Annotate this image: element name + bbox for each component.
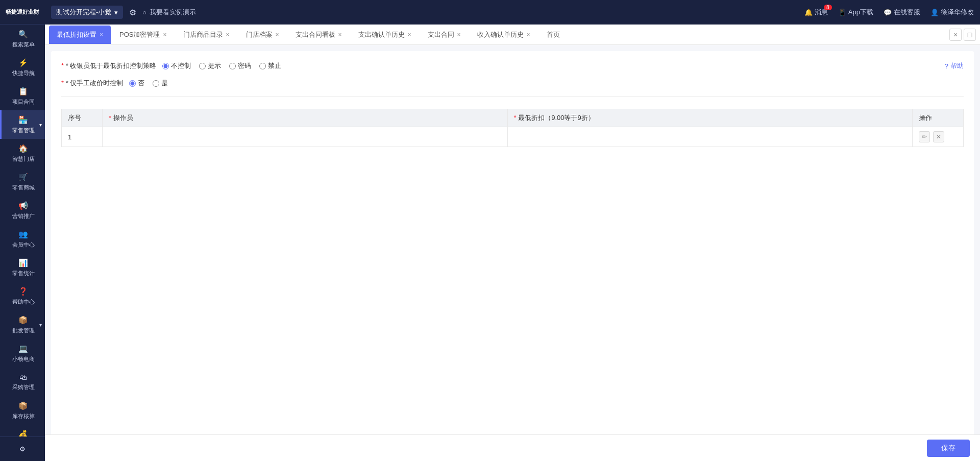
discount-table: 序号 操作员 最低折扣（9.00等于9折） 操作 1 ✏ ✕ bbox=[61, 109, 964, 147]
sidebar-label-7: 会员中心 bbox=[12, 241, 35, 249]
sidebar-item-12[interactable]: 🛍 采购管理 bbox=[0, 368, 45, 396]
sidebar-item-5[interactable]: 🛒 零售商城 bbox=[0, 167, 45, 196]
tab-item-6[interactable]: 门店商品目录 × bbox=[176, 26, 237, 44]
sidebar-item-3[interactable]: 🏪 零售管理 ▾ bbox=[0, 110, 45, 139]
help-question-icon: ? bbox=[945, 62, 948, 70]
user-profile-btn[interactable]: 👤 徐泽华修改 bbox=[930, 8, 974, 17]
policy-row: * 收银员低于最低折扣控制策略 不控制提示密码禁止 ? 帮助 bbox=[61, 61, 964, 70]
tab-close-5[interactable]: × bbox=[276, 31, 279, 38]
app-logo: 畅捷通好业财 bbox=[0, 0, 45, 25]
online-service-btn[interactable]: 💬 在线客服 bbox=[884, 8, 920, 17]
sidebar-item-1[interactable]: ⚡ 快捷导航 bbox=[0, 53, 45, 82]
sidebar-icon-9: ❓ bbox=[18, 287, 28, 296]
tab-label-3: 支出确认单历史 bbox=[358, 30, 405, 39]
sidebar-settings[interactable]: ⚙ bbox=[0, 436, 45, 461]
tab-close-4[interactable]: × bbox=[338, 31, 342, 38]
sidebar-item-7[interactable]: 👥 会员中心 bbox=[0, 225, 45, 253]
sidebar-label-11: 小畅电商 bbox=[12, 355, 35, 363]
policy-radio-group: 不控制提示密码禁止 bbox=[162, 61, 281, 70]
sidebar-label-2: 项目合同 bbox=[12, 98, 35, 106]
delete-icon-0[interactable]: ✕ bbox=[933, 131, 944, 142]
sidebar-icon-5: 🛒 bbox=[18, 173, 28, 182]
cell-index-0: 1 bbox=[62, 127, 103, 147]
close-all-tabs-btn[interactable]: × bbox=[949, 29, 962, 41]
tab-close-2[interactable]: × bbox=[457, 31, 461, 38]
cell-discount-0[interactable] bbox=[507, 127, 913, 147]
app-download-btn[interactable]: 📱 App下载 bbox=[838, 8, 873, 17]
tab-close-7[interactable]: × bbox=[163, 31, 166, 38]
tab-item-7[interactable]: POS加密管理 × bbox=[112, 26, 174, 44]
main-content: * 收银员低于最低折扣控制策略 不控制提示密码禁止 ? 帮助 * 仅手工改价时控… bbox=[45, 45, 980, 461]
sidebar-label-5: 零售商城 bbox=[12, 184, 35, 191]
demo-circle-icon: ○ bbox=[142, 9, 146, 16]
footer-bar: 保存 bbox=[45, 434, 980, 461]
tab-close-8[interactable]: × bbox=[100, 31, 103, 38]
demo-text: 我要看实例演示 bbox=[150, 8, 196, 17]
demo-link[interactable]: ○ 我要看实例演示 bbox=[142, 8, 196, 17]
sidebar-icon-10: 📦 bbox=[18, 316, 28, 325]
expand-tabs-btn[interactable]: □ bbox=[964, 29, 976, 41]
col-discount: 最低折扣（9.00等于9折） bbox=[507, 109, 913, 127]
sidebar-label-10: 批发管理 bbox=[12, 327, 35, 334]
tab-item-3[interactable]: 支出确认单历史 × bbox=[351, 26, 419, 44]
sidebar-item-14[interactable]: 💰 资金管理 bbox=[0, 425, 45, 436]
table-header: 序号 操作员 最低折扣（9.00等于9折） 操作 bbox=[62, 109, 964, 127]
project-name: 测试分开完程-小觉 bbox=[56, 8, 111, 17]
sidebar-item-11[interactable]: 💻 小畅电商 bbox=[0, 339, 45, 368]
manual-radio-1[interactable]: 是 bbox=[153, 79, 168, 88]
tab-item-8[interactable]: 最低折扣设置 × bbox=[49, 26, 111, 44]
tab-label-1: 收入确认单历史 bbox=[477, 30, 524, 39]
policy-radio-1[interactable]: 提示 bbox=[199, 61, 221, 70]
online-service-label: 在线客服 bbox=[894, 8, 920, 17]
cell-action-0: ✏ ✕ bbox=[913, 127, 964, 147]
project-arrow-icon: ▾ bbox=[114, 9, 118, 16]
save-button[interactable]: 保存 bbox=[927, 440, 970, 457]
sidebar-label-13: 库存核算 bbox=[12, 413, 35, 420]
tab-close-1[interactable]: × bbox=[527, 31, 530, 38]
edit-icon-0[interactable]: ✏ bbox=[919, 131, 930, 142]
sidebar-label-3: 零售管理 bbox=[12, 127, 35, 134]
tab-item-5[interactable]: 门店档案 × bbox=[238, 26, 287, 44]
tab-item-2[interactable]: 支出合同 × bbox=[420, 26, 469, 44]
help-label: 帮助 bbox=[950, 61, 964, 70]
policy-radio-3[interactable]: 禁止 bbox=[259, 61, 281, 70]
cell-operator-0[interactable] bbox=[103, 127, 508, 147]
manual-row: * 仅手工改价时控制 否是 bbox=[61, 79, 964, 88]
sidebar-arrow-3: ▾ bbox=[39, 122, 42, 128]
sidebar-label-9: 帮助中心 bbox=[12, 298, 35, 306]
policy-radio-0[interactable]: 不控制 bbox=[162, 61, 191, 70]
sidebar-item-6[interactable]: 📢 营销推广 bbox=[0, 196, 45, 225]
table-body: 1 ✏ ✕ bbox=[62, 127, 964, 147]
sidebar-icon-3: 🏪 bbox=[18, 115, 28, 125]
sidebar-icon-13: 📦 bbox=[18, 401, 28, 410]
sidebar-item-13[interactable]: 📦 库存核算 bbox=[0, 396, 45, 425]
sidebar-item-8[interactable]: 📊 零售统计 bbox=[0, 253, 45, 282]
sidebar-item-0[interactable]: 🔍 搜索菜单 bbox=[0, 25, 45, 53]
header-gear-icon[interactable]: ⚙ bbox=[129, 8, 136, 17]
manual-radio-0[interactable]: 否 bbox=[129, 79, 144, 88]
sidebar-icon-11: 💻 bbox=[18, 344, 28, 353]
sidebar-item-10[interactable]: 📦 批发管理 ▾ bbox=[0, 310, 45, 339]
manual-label: * 仅手工改价时控制 bbox=[61, 79, 123, 88]
sidebar-label-6: 营销推广 bbox=[12, 212, 35, 220]
policy-radio-2[interactable]: 密码 bbox=[229, 61, 251, 70]
help-link[interactable]: ? 帮助 bbox=[945, 61, 964, 70]
message-btn[interactable]: 🔔 消息 8 bbox=[804, 8, 828, 17]
sidebar-icon-4: 🏠 bbox=[18, 144, 28, 153]
tab-label-6: 门店商品目录 bbox=[183, 30, 223, 39]
tab-item-4[interactable]: 支出合同看板 × bbox=[288, 26, 350, 44]
project-selector[interactable]: 测试分开完程-小觉 ▾ bbox=[51, 6, 123, 19]
manual-radio-group: 否是 bbox=[129, 79, 168, 88]
sidebar-item-9[interactable]: ❓ 帮助中心 bbox=[0, 282, 45, 310]
tab-item-0[interactable]: 首页 bbox=[539, 26, 568, 44]
table-row: 1 ✏ ✕ bbox=[62, 127, 964, 147]
tabs-controls: × □ bbox=[949, 29, 976, 41]
tab-item-1[interactable]: 收入确认单历史 × bbox=[470, 26, 538, 44]
sidebar-item-4[interactable]: 🏠 智慧门店 bbox=[0, 139, 45, 167]
tab-label-2: 支出合同 bbox=[428, 30, 454, 39]
message-badge: 8 bbox=[824, 5, 832, 10]
tab-close-3[interactable]: × bbox=[408, 31, 411, 38]
sidebar-arrow-10: ▾ bbox=[39, 322, 42, 328]
sidebar-item-2[interactable]: 📋 项目合同 bbox=[0, 82, 45, 110]
tab-close-6[interactable]: × bbox=[226, 31, 230, 38]
